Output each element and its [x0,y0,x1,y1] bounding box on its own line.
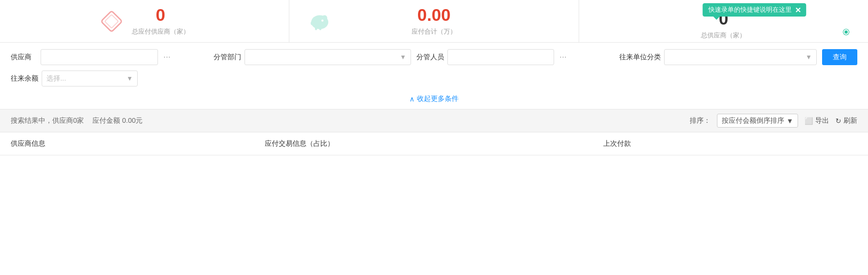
query-button[interactable]: 查询 [822,49,857,65]
diamond-icon [100,10,123,33]
payable-suppliers-label: 总应付供应商（家） [132,27,190,36]
total-suppliers-label: 总供应商（家） [701,31,746,40]
balance-placeholder: 选择... [46,74,66,83]
tooltip-bubble[interactable]: 快速录单的快捷键说明在这里 ✕ [703,3,807,17]
stat-total-payable-amount: 0.00 应付合计（万） [289,0,579,42]
refresh-label: 刷新 [843,116,857,125]
supplier-label: 供应商 [11,52,37,62]
payable-amount-label: 应付合计（万） [412,27,456,36]
sort-label: 排序： [690,116,711,125]
unit-class-label: 往来单位分类 [619,52,661,62]
supplier-filter: 供应商 ··· [11,49,208,65]
sort-select[interactable]: 按应付会额倒序排序 ▼ [717,114,798,128]
person-label: 分管人员 [416,52,444,62]
balance-chevron-icon: ▼ [127,75,133,82]
table-header: 供应商信息 应付交易信息（占比） 上次付款 [0,132,868,155]
svg-point-6 [311,21,315,25]
refresh-button[interactable]: ↻ 刷新 [835,116,857,125]
svg-rect-1 [105,14,118,28]
result-summary: 搜索结果中，供应商0家 应付金额 0.00元 [11,116,143,125]
stats-bar: 0 总应付供应商（家） 0.00 应付合计（万） 快速录单的快捷键说明在这里 [0,0,868,43]
payable-suppliers-number: 0 [156,6,165,25]
export-button[interactable]: ⬜ 导出 [804,116,829,125]
result-bar: 搜索结果中，供应商0家 应付金额 0.00元 排序： 按应付会额倒序排序 ▼ ⬜… [0,109,868,132]
result-count: 搜索结果中，供应商0家 [11,116,84,125]
tooltip-text: 快速录单的快捷键说明在这里 [708,5,792,14]
search-filter-area: 供应商 ··· 分管部门 ▼ 分管人员 ··· 往来单位分类 ▼ [0,43,868,109]
stat-total-payable-suppliers: 0 总应付供应商（家） [0,0,289,42]
result-actions: 排序： 按应付会额倒序排序 ▼ ⬜ 导出 ↻ 刷新 [690,114,857,128]
payable-amount-number: 0.00 [417,6,451,25]
unit-class-select[interactable]: ▼ [664,49,817,65]
col-payment-header: 上次付款 [603,139,857,148]
person-input[interactable] [447,49,554,65]
balance-select[interactable]: 选择... ▼ [42,70,138,87]
dept-select[interactable]: ▼ [244,49,411,65]
dept-filter: 分管部门 ▼ [214,49,411,65]
filter-row-1: 供应商 ··· 分管部门 ▼ 分管人员 ··· 往来单位分类 ▼ [11,49,857,65]
col-supplier-header: 供应商信息 [11,139,265,148]
svg-point-7 [321,19,323,21]
unit-class-chevron-icon: ▼ [806,53,812,61]
result-amount: 应付金额 0.00元 [92,116,143,125]
sort-option: 按应付会额倒序排序 [722,116,784,125]
collapse-button[interactable]: ∧ 收起更多条件 [409,94,459,104]
collapse-label: 收起更多条件 [417,94,459,104]
unit-class-filter: 往来单位分类 ▼ [619,49,817,65]
person-filter: 分管人员 ··· [416,49,614,65]
dept-chevron-icon: ▼ [400,53,406,61]
dept-label: 分管部门 [214,52,241,62]
tooltip-dot [843,29,849,35]
export-label: 导出 [815,116,829,125]
refresh-icon: ↻ [835,117,841,125]
sort-chevron-icon: ▼ [786,117,793,125]
collapse-bar: ∧ 收起更多条件 [11,91,857,109]
col-transaction-header: 应付交易信息（占比） [265,139,603,148]
person-dots[interactable]: ··· [557,51,569,63]
svg-rect-4 [315,26,317,30]
stat-total-suppliers: 快速录单的快捷键说明在这里 ✕ 0 总供应商（家） [579,0,868,42]
collapse-up-icon: ∧ [409,95,415,103]
filter-row-2: 往来余额 选择... ▼ [11,70,857,87]
supplier-dots[interactable]: ··· [161,51,172,63]
svg-rect-0 [101,11,122,32]
balance-label: 往来余额 [11,74,38,83]
table-empty-area [0,155,868,275]
tooltip-close-icon[interactable]: ✕ [795,6,801,14]
supplier-input[interactable] [41,49,158,65]
export-icon: ⬜ [804,117,813,125]
svg-rect-5 [319,26,321,30]
